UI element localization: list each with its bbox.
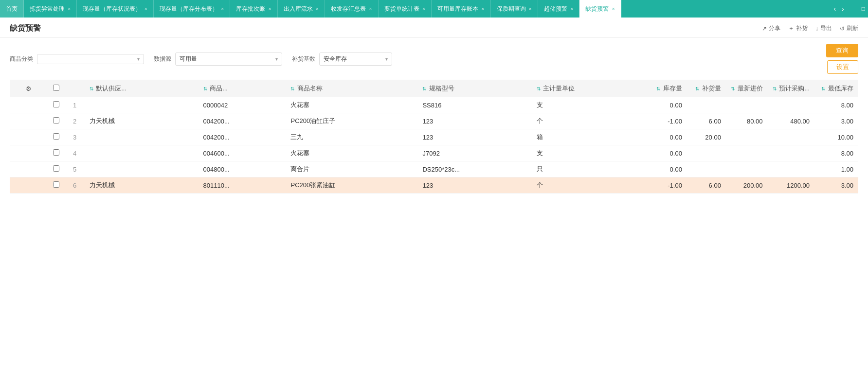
column-header-expected-purchase[interactable]: ⇅ 预计采购...: [768, 80, 814, 97]
column-expected-purchase-label: 预计采购...: [779, 85, 810, 92]
export-button[interactable]: ↓ 导出: [815, 24, 832, 33]
column-header-latest-price[interactable]: ⇅ 最新进价: [726, 80, 768, 97]
refresh-button[interactable]: ↺ 刷新: [840, 24, 858, 33]
tab-stock-dist[interactable]: 现存量（库存分布表）×: [154, 0, 230, 18]
sort-icon: ⇅: [656, 86, 660, 91]
column-unit-label: 主计量单位: [543, 85, 575, 92]
table-container: ⚙ ⇅ 默认供应... ⇅ 商品... ⇅: [0, 80, 868, 194]
column-header-stock[interactable]: ⇅ 库存量: [648, 80, 687, 97]
row-replenish: [687, 145, 726, 161]
column-header-spec[interactable]: ⇅ 规格型号: [417, 80, 531, 97]
row-expected-purchase: [768, 129, 814, 145]
replenish-button[interactable]: ＋ 补货: [788, 24, 808, 33]
column-header-unit[interactable]: ⇅ 主计量单位: [532, 80, 648, 97]
column-header-gear[interactable]: ⚙: [10, 80, 48, 97]
tab-bar: 首页拣货异常处理×现存量（库存状况表）×现存量（库存分布表）×库存批次账×出入库…: [0, 0, 868, 18]
row-number: 1: [65, 97, 85, 113]
tab-close-in-out-flow[interactable]: ×: [316, 6, 319, 12]
tab-shortage-warning[interactable]: 缺货预警×: [579, 0, 621, 18]
row-expected-purchase: 480.00: [768, 113, 814, 129]
row-gear-cell: [10, 129, 48, 145]
row-checkbox-cell[interactable]: [48, 129, 65, 145]
filter-action-buttons: 查询 设置: [826, 44, 858, 74]
datasource-select[interactable]: 可用量 ▾: [175, 53, 282, 66]
row-number: 2: [65, 113, 85, 129]
row-expected-purchase: [768, 145, 814, 161]
select-all-checkbox[interactable]: [53, 85, 59, 91]
column-header-checkbox[interactable]: [48, 80, 65, 97]
tab-minimize-button[interactable]: —: [847, 0, 859, 18]
tab-maximize-button[interactable]: □: [859, 0, 868, 18]
tab-label-available-ledger: 可用量库存账本: [437, 5, 478, 13]
tab-scroll-right-button[interactable]: ›: [839, 0, 847, 18]
tab-scroll-left-button[interactable]: ‹: [831, 0, 839, 18]
row-spec: 123: [417, 113, 531, 129]
column-header-min-stock[interactable]: ⇅ 最低库存: [814, 80, 858, 97]
row-checkbox-cell[interactable]: [48, 161, 65, 177]
tab-overstock-warning[interactable]: 超储预警×: [538, 0, 579, 18]
row-replenish: 6.00: [687, 177, 726, 194]
row-checkbox[interactable]: [53, 117, 59, 123]
datasource-chevron-icon: ▾: [275, 56, 278, 62]
main-content: 缺货预警 ↗ 分享 ＋ 补货 ↓ 导出 ↺ 刷新 商品分类: [0, 18, 868, 387]
row-stock: -1.00: [648, 177, 687, 194]
tab-expiry-query[interactable]: 保质期查询×: [491, 0, 538, 18]
tab-in-out-flow[interactable]: 出入库流水×: [278, 0, 325, 18]
row-min-stock: 8.00: [814, 97, 858, 113]
tab-chain-exception[interactable]: 拣货异常处理×: [24, 0, 77, 18]
tab-demand-stats[interactable]: 要货单统计表×: [379, 0, 432, 18]
settings-button[interactable]: 设置: [827, 60, 858, 74]
tab-label-collect-summary: 收发存汇总表: [331, 5, 366, 13]
tab-collect-summary[interactable]: 收发存汇总表×: [325, 0, 378, 18]
tab-close-available-ledger[interactable]: ×: [481, 6, 484, 12]
row-checkbox[interactable]: [53, 133, 59, 140]
tab-label-stock-status: 现存量（库存状况表）: [83, 5, 141, 13]
tab-close-expiry-query[interactable]: ×: [529, 6, 532, 12]
row-expected-purchase: 1200.00: [768, 177, 814, 194]
replenish-base-select[interactable]: 安全库存 ▾: [319, 53, 392, 66]
row-gear-cell: [10, 177, 48, 194]
query-button[interactable]: 查询: [826, 44, 858, 57]
row-stock: 0.00: [648, 145, 687, 161]
row-code: 004800...: [199, 161, 286, 177]
tab-close-chain-exception[interactable]: ×: [68, 6, 71, 12]
row-checkbox[interactable]: [53, 101, 59, 107]
tab-close-stock-status[interactable]: ×: [144, 6, 147, 12]
tab-batch-account[interactable]: 库存批次账×: [230, 0, 277, 18]
category-select[interactable]: ▾: [37, 54, 144, 64]
table-row: 5 004800... 离合片 DS250*23c... 只 0.00 1.00: [10, 161, 858, 177]
tab-home[interactable]: 首页: [0, 0, 24, 18]
share-button[interactable]: ↗ 分享: [762, 24, 780, 33]
row-min-stock: 10.00: [814, 129, 858, 145]
category-label: 商品分类: [10, 55, 33, 63]
tab-close-stock-dist[interactable]: ×: [221, 6, 224, 12]
row-unit: 箱: [532, 129, 648, 145]
column-header-name[interactable]: ⇅ 商品名称: [286, 80, 417, 97]
row-number: 6: [65, 177, 85, 194]
row-checkbox-cell[interactable]: [48, 177, 65, 194]
tab-close-overstock-warning[interactable]: ×: [570, 6, 573, 12]
row-checkbox-cell[interactable]: [48, 113, 65, 129]
tab-close-demand-stats[interactable]: ×: [422, 6, 425, 12]
row-replenish: 20.00: [687, 129, 726, 145]
row-code: 004200...: [199, 129, 286, 145]
row-replenish: [687, 161, 726, 177]
column-header-replenish[interactable]: ⇅ 补货量: [687, 80, 726, 97]
column-header-code[interactable]: ⇅ 商品...: [199, 80, 286, 97]
column-header-supplier[interactable]: ⇅ 默认供应...: [85, 80, 199, 97]
tab-close-collect-summary[interactable]: ×: [369, 6, 372, 12]
tab-stock-status[interactable]: 现存量（库存状况表）×: [77, 0, 153, 18]
header-actions: ↗ 分享 ＋ 补货 ↓ 导出 ↺ 刷新: [762, 24, 858, 33]
row-checkbox-cell[interactable]: [48, 145, 65, 161]
row-number: 5: [65, 161, 85, 177]
row-checkbox-cell[interactable]: [48, 97, 65, 113]
row-checkbox[interactable]: [53, 165, 59, 172]
row-checkbox[interactable]: [53, 149, 59, 156]
row-checkbox[interactable]: [53, 181, 59, 188]
tab-available-ledger[interactable]: 可用量库存账本×: [432, 0, 490, 18]
row-min-stock: 8.00: [814, 145, 858, 161]
replenish-base-filter-group: 补货基数 安全库存 ▾: [292, 53, 392, 66]
replenish-base-label: 补货基数: [292, 55, 315, 63]
tab-close-shortage-warning[interactable]: ×: [612, 6, 615, 12]
tab-close-batch-account[interactable]: ×: [268, 6, 271, 12]
